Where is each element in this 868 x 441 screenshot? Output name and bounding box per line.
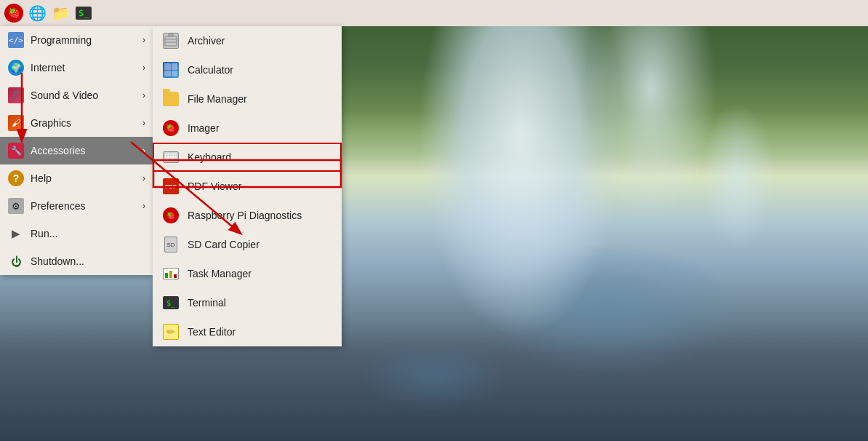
main-menu: </> Programming › 🌍 Internet › 🎵 Sound &…	[0, 26, 153, 275]
menu-label-shutdown: Shutdown...	[31, 255, 84, 267]
terminal2-icon: $_	[161, 293, 180, 312]
submenu-item-file-manager[interactable]: File Manager	[153, 84, 342, 114]
menu-label-graphics: Graphics	[31, 117, 71, 129]
arrow-icon: ›	[142, 90, 145, 100]
arrow-icon: ›	[142, 63, 145, 73]
arrow-icon: ›	[142, 201, 145, 211]
programming-icon: </>	[7, 31, 25, 49]
submenu-label-terminal: Terminal	[188, 297, 226, 309]
menu-item-internet[interactable]: 🌍 Internet ›	[0, 54, 153, 82]
svg-rect-0	[165, 36, 177, 46]
browser-button[interactable]: 🌐	[28, 4, 47, 23]
keyboard-icon	[161, 148, 180, 167]
menu-item-accessories[interactable]: 🔧 Accessories ›	[0, 137, 153, 164]
submenu-label-imager: Imager	[188, 122, 220, 134]
submenu-item-imager[interactable]: 🍓 Imager	[153, 114, 342, 143]
accessories-submenu: Archiver Calculator File Manager 🍓 Image…	[153, 26, 342, 346]
arrow-icon: ›	[142, 146, 145, 156]
raspi-logo-icon: 🍓	[4, 4, 23, 23]
filemanager-icon	[161, 90, 180, 108]
archiver-icon	[161, 31, 180, 50]
files-button[interactable]: 📁	[51, 4, 70, 23]
submenu-item-keyboard[interactable]: Keyboard	[153, 143, 342, 172]
submenu-label-pdf-viewer: PDF Viewer	[188, 180, 241, 192]
submenu-item-text-editor[interactable]: ✏ Text Editor	[153, 317, 342, 346]
menu-item-sound-video[interactable]: 🎵 Sound & Video ›	[0, 82, 153, 109]
svg-rect-1	[169, 33, 173, 36]
arrow-icon: ›	[142, 118, 145, 128]
help-icon: ?	[7, 170, 25, 187]
soundvideo-icon: 🎵	[7, 87, 25, 104]
submenu-label-text-editor: Text Editor	[188, 326, 236, 338]
submenu-item-calculator[interactable]: Calculator	[153, 55, 342, 84]
taskbar: 🍓 🌐 📁 $_	[0, 0, 868, 26]
menu-label-run: Run...	[31, 228, 57, 239]
shutdown-icon: ⏻	[7, 253, 25, 270]
menu-item-help[interactable]: ? Help ›	[0, 164, 153, 192]
menu-item-run[interactable]: ▶ Run...	[0, 220, 153, 247]
menu-label-internet: Internet	[31, 62, 65, 74]
sdcard-icon: SD	[161, 235, 180, 254]
preferences-icon: ⚙	[7, 197, 25, 215]
arrow-icon: ›	[142, 35, 145, 45]
terminal-icon: $_	[76, 7, 92, 20]
menu-label-programming: Programming	[31, 34, 92, 46]
submenu-item-sd-card-copier[interactable]: SD SD Card Copier	[153, 230, 342, 259]
arrow-icon: ›	[142, 173, 145, 183]
submenu-label-keyboard: Keyboard	[188, 151, 231, 163]
menu-item-preferences[interactable]: ⚙ Preferences ›	[0, 192, 153, 220]
submenu-item-terminal[interactable]: $_ Terminal	[153, 288, 342, 317]
calculator-icon	[161, 60, 180, 79]
rpi-diag-icon: 🍓	[161, 206, 180, 225]
menu-label-sound-video: Sound & Video	[31, 90, 98, 101]
submenu-label-task-manager: Task Manager	[188, 268, 252, 279]
menu-item-shutdown[interactable]: ⏻ Shutdown...	[0, 247, 153, 275]
internet-icon: 🌍	[7, 59, 25, 76]
menu-label-help: Help	[31, 172, 52, 184]
menu-label-preferences: Preferences	[31, 200, 85, 212]
menu-item-programming[interactable]: </> Programming ›	[0, 26, 153, 54]
submenu-item-rpi-diagnostics[interactable]: 🍓 Raspberry Pi Diagnostics	[153, 201, 342, 230]
menu-item-graphics[interactable]: 🖌 Graphics ›	[0, 109, 153, 137]
submenu-item-archiver[interactable]: Archiver	[153, 26, 342, 55]
submenu-label-sd-card-copier: SD Card Copier	[188, 239, 260, 250]
terminal-button[interactable]: $_	[74, 4, 93, 23]
run-icon: ▶	[7, 225, 25, 242]
folder-icon: 📁	[52, 4, 70, 22]
pdf-icon: PDF	[161, 177, 180, 196]
rpi-menu-button[interactable]: 🍓	[4, 4, 23, 23]
graphics-icon: 🖌	[7, 114, 25, 132]
submenu-label-file-manager: File Manager	[188, 93, 247, 105]
submenu-label-rpi-diagnostics: Raspberry Pi Diagnostics	[188, 210, 302, 221]
accessories-icon: 🔧	[7, 142, 25, 159]
submenu-item-pdf-viewer[interactable]: PDF PDF Viewer	[153, 172, 342, 201]
submenu-item-task-manager[interactable]: Task Manager	[153, 259, 342, 288]
globe-icon: 🌐	[28, 4, 47, 22]
imager-icon: 🍓	[161, 119, 180, 138]
menu-label-accessories: Accessories	[31, 145, 85, 156]
submenu-label-calculator: Calculator	[188, 64, 233, 76]
texteditor-icon: ✏	[161, 322, 180, 341]
taskman-icon	[161, 264, 180, 283]
submenu-label-archiver: Archiver	[188, 35, 225, 47]
